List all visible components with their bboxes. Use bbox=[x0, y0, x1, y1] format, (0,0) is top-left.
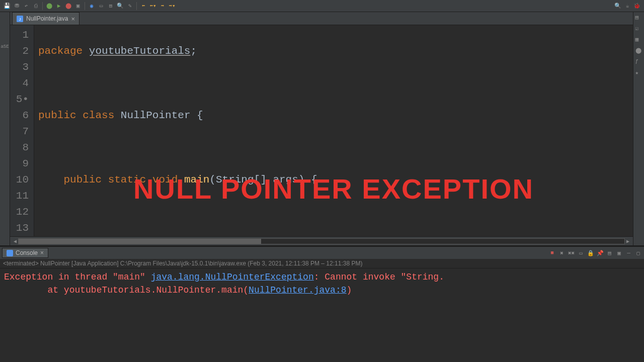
remove-all-icon[interactable]: ✖✖ bbox=[568, 249, 575, 257]
separator bbox=[42, 2, 43, 10]
svg-rect-2 bbox=[7, 250, 13, 256]
perspective-debug-icon[interactable]: 🐞 bbox=[633, 2, 641, 10]
code-editor[interactable]: package youtubeTutorials; public class N… bbox=[34, 25, 633, 236]
editor-tab-label: NullPointer.java bbox=[26, 15, 68, 22]
horizontal-scrollbar[interactable]: ◀ ▶ bbox=[10, 236, 633, 245]
java-file-icon: J bbox=[17, 16, 23, 22]
breakpoints-icon[interactable]: ⬤ bbox=[635, 47, 642, 54]
minimize-icon[interactable]: — bbox=[625, 249, 632, 257]
left-sidebar-strip: aSE bbox=[0, 12, 10, 245]
run-icon[interactable]: ▶ bbox=[55, 2, 63, 10]
back-icon[interactable]: ⬅ bbox=[139, 2, 147, 10]
coverage-icon[interactable]: ▣ bbox=[74, 2, 82, 10]
open-type-icon[interactable]: ⊞ bbox=[107, 2, 115, 10]
main-toolbar: 💾 ⛃ ↶ ⎙ ⬤ ▶ ⬤ ▣ ◉ ▭ ⊞ 🔍 ✎ ⬅ ⬅▾ ➡ ➡▾ 🔍 ☕ … bbox=[0, 0, 644, 12]
console-toolbar: ■ ✖ ✖✖ ▭ 🔒 📌 ▤ ▣ — ▢ bbox=[548, 249, 642, 257]
close-icon[interactable]: × bbox=[40, 249, 44, 256]
forward-icon[interactable]: ➡ bbox=[158, 2, 167, 10]
expressions-icon[interactable]: ƒ bbox=[635, 58, 642, 65]
scroll-right-icon[interactable]: ▶ bbox=[625, 238, 631, 244]
pin-icon[interactable]: 📌 bbox=[596, 249, 604, 257]
minimap-icon[interactable]: ▦ bbox=[635, 36, 642, 43]
console-tab-label: Console bbox=[16, 249, 38, 256]
code-pane: 12345•678910111213 package youtubeTutori… bbox=[10, 25, 633, 236]
right-sidebar-strip: ▤ ☑ ▦ ⬤ ƒ ★ bbox=[633, 12, 644, 245]
clear-icon[interactable]: ▭ bbox=[577, 249, 585, 257]
quick-access-icon[interactable]: 🔍 bbox=[614, 2, 622, 10]
search-icon[interactable]: 🔍 bbox=[116, 2, 124, 10]
perspective-java-icon[interactable]: ☕ bbox=[623, 2, 631, 10]
left-strip-label: aSE bbox=[1, 44, 9, 49]
debug-icon[interactable]: ⬤ bbox=[45, 2, 53, 10]
console-output[interactable]: Exception in thread "main" java.lang.Nul… bbox=[0, 268, 644, 362]
task-icon[interactable]: ☑ bbox=[635, 25, 642, 32]
wand-icon[interactable]: ✎ bbox=[126, 2, 134, 10]
editor-tab-bar: J NullPointer.java × bbox=[10, 12, 633, 25]
remove-icon[interactable]: ✖ bbox=[558, 249, 566, 257]
display-icon[interactable]: ▤ bbox=[606, 249, 613, 257]
editor-tab-nullpointer[interactable]: J NullPointer.java × bbox=[12, 12, 79, 25]
exception-link[interactable]: java.lang.NullPointerException bbox=[151, 272, 314, 282]
terminate-icon[interactable]: ■ bbox=[548, 249, 556, 257]
separator bbox=[85, 2, 85, 10]
bookmarks-icon[interactable]: ★ bbox=[635, 69, 642, 76]
print-icon[interactable]: ⎙ bbox=[32, 2, 40, 10]
outline-icon[interactable]: ▤ bbox=[635, 14, 642, 21]
new-pkg-icon[interactable]: ▭ bbox=[97, 2, 105, 10]
scroll-lock-icon[interactable]: 🔒 bbox=[587, 249, 594, 257]
forward-history-icon[interactable]: ➡▾ bbox=[168, 2, 176, 10]
undo-icon[interactable]: ↶ bbox=[22, 2, 30, 10]
close-icon[interactable]: × bbox=[71, 15, 75, 23]
save-all-icon[interactable]: ⛃ bbox=[13, 2, 21, 10]
open-console-icon[interactable]: ▣ bbox=[615, 249, 623, 257]
editor-wrap: J NullPointer.java × 12345•678910111213 … bbox=[10, 12, 633, 245]
new-class-icon[interactable]: ◉ bbox=[88, 2, 96, 10]
svg-text:J: J bbox=[19, 17, 21, 21]
run-ext-icon[interactable]: ⬤ bbox=[64, 2, 72, 10]
console-tab[interactable]: Console × bbox=[2, 248, 48, 258]
editor-area: aSE J NullPointer.java × 12345•678910111… bbox=[0, 12, 644, 245]
maximize-icon[interactable]: ▢ bbox=[634, 249, 642, 257]
save-icon[interactable]: 💾 bbox=[3, 2, 11, 10]
separator bbox=[136, 2, 137, 10]
source-link[interactable]: NullPointer.java:8 bbox=[249, 285, 346, 295]
back-history-icon[interactable]: ⬅▾ bbox=[149, 2, 157, 10]
line-number-gutter: 12345•678910111213 bbox=[10, 25, 34, 236]
console-tab-bar: Console × ■ ✖ ✖✖ ▭ 🔒 📌 ▤ ▣ — ▢ bbox=[0, 247, 644, 259]
console-icon bbox=[7, 250, 13, 256]
console-panel: Console × ■ ✖ ✖✖ ▭ 🔒 📌 ▤ ▣ — ▢ <terminat… bbox=[0, 245, 644, 362]
console-run-meta: <terminated> NullPointer [Java Applicati… bbox=[0, 259, 644, 268]
scroll-left-icon[interactable]: ◀ bbox=[12, 238, 18, 244]
